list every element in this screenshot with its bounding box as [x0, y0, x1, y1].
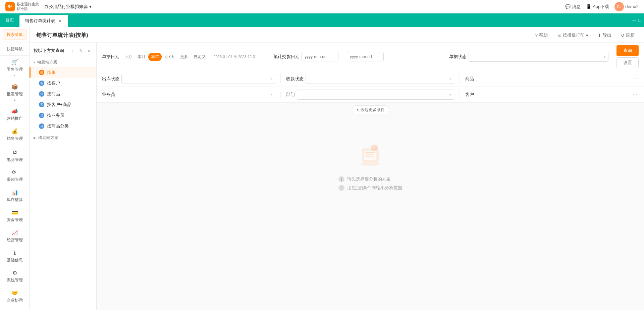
date-btn-this-month[interactable]: 本月 [135, 53, 148, 61]
refresh-icon: ↺ [621, 33, 625, 38]
date-buttons: 上月 本月 本年 近7天 更多 自定义 [121, 53, 208, 61]
filter-right: 单据日期 上月 本月 本年 近7天 更多 自定义 2023-01-01 至 20… [97, 43, 644, 310]
print-icon: 🖨 [557, 33, 561, 38]
content-inner: 按以下方案查询 + ✎ « ▾ 电脑端方案 按 按单 [30, 43, 644, 310]
sidebar-item-marketing[interactable]: 📣 营销推广 [0, 105, 29, 125]
chevron-down-icon: ▾ [14, 74, 15, 77]
chevron-down-icon: ▾ [449, 77, 451, 81]
message-button[interactable]: 💬 消息 [565, 4, 581, 10]
date-filter-group: 单据日期 上月 本月 本年 近7天 更多 自定义 [102, 53, 208, 61]
date-btn-more[interactable]: 更多 [177, 53, 191, 61]
sidebar-item-inventory[interactable]: 📊 库存核算 [0, 186, 29, 206]
bill-status-select[interactable]: ▾ [469, 52, 608, 62]
sidebar-item-newuser[interactable]: 🌱 新手引导 [0, 307, 29, 310]
customer-group: 客户 ··· [460, 92, 639, 98]
scheme-group-header-pc[interactable]: ▾ 电脑端方案 [30, 57, 96, 67]
scheme-icon-order: 按 [39, 70, 44, 75]
app-selector[interactable]: 办公用品行业模拟账套 ▾ [42, 2, 94, 11]
date-btn-7days[interactable]: 近7天 [162, 53, 177, 61]
date-btn-this-year[interactable]: 本年 [148, 53, 162, 61]
collapse-scheme-button[interactable]: « [86, 47, 92, 54]
filter-row-1: 单据日期 上月 本月 本年 近7天 更多 自定义 2023-01-01 至 20… [97, 43, 644, 71]
scheme-actions: + ✎ « [69, 47, 92, 54]
sidebar-item-retail[interactable]: 🛒 零售管理 ▾ [0, 56, 29, 80]
scheme-item-by-category[interactable]: 分 按商品分类 [30, 121, 96, 132]
retail-icon: 🛒 [11, 59, 18, 65]
date-btn-custom[interactable]: 自定义 [191, 53, 208, 61]
delivery-label: 出库状态 [102, 76, 119, 82]
scheme-group-header-mobile[interactable]: ▶ 移动端方案 [30, 133, 96, 143]
tab-home[interactable]: 首页 [0, 13, 19, 27]
scheme-item-by-salesperson[interactable]: 员 按业务员 [30, 110, 96, 121]
sidebar-item-system[interactable]: ⚙ 系统管理 [0, 266, 29, 287]
sidebar-item-operations[interactable]: 📈 经营管理 [0, 226, 29, 246]
top-bar-left: 好 畅捷通好生意 标准版 办公用品行业模拟账套 ▾ [5, 2, 94, 11]
scheme-item-by-order[interactable]: 按 按单 [30, 67, 96, 78]
collapse-bar[interactable]: ∧ 收起更多条件 [97, 103, 644, 117]
print-button[interactable]: 🖨 按模板打印 ▾ [554, 31, 591, 40]
print-dropdown-icon: ▾ [586, 33, 588, 38]
divider-1 [265, 53, 265, 61]
sidebar-item-finance[interactable]: 💳 资金管理 [0, 206, 29, 226]
scheme-header-label: 按以下方案查询 [34, 48, 64, 54]
quick-nav-label: 快捷导航 [0, 45, 29, 53]
sidebar-quick-nav: 快捷导航 [0, 43, 29, 56]
delivery-status-select[interactable]: ▾ [121, 74, 275, 84]
sidebar-item-sales[interactable]: 💰 销售管理 [0, 125, 29, 145]
sidebar-item-basic-info[interactable]: ℹ 基础信息 [0, 246, 29, 266]
sidebar-item-purchase[interactable]: 🛍 采购管理 [0, 166, 29, 186]
tab-close-button[interactable]: × [57, 18, 63, 23]
maximize-button[interactable]: □ [639, 17, 641, 23]
scheme-icon-salesperson: 员 [39, 113, 44, 118]
ecommerce-icon: 🖥 [12, 150, 17, 156]
empty-tip-2: 2 用[过滤]条件来缩小分析范围 [338, 185, 402, 191]
message-icon: 💬 [565, 4, 571, 9]
collection-status-select[interactable]: ▾ [306, 74, 454, 84]
salesperson-label: 业务员 [102, 92, 115, 98]
expected-date-end[interactable] [347, 52, 384, 61]
scheme-item-by-customer-goods[interactable]: 客 按客户+商品 [30, 99, 96, 110]
department-label: 部门 [286, 92, 295, 98]
help-button[interactable]: ? 帮助 [533, 31, 550, 40]
salesperson-more-button[interactable]: ··· [268, 92, 275, 98]
refresh-button[interactable]: ↺ 刷新 [618, 31, 637, 40]
sidebar-item-wholesale[interactable]: 📦 批发管理 ▴ [0, 80, 29, 105]
expected-date-start[interactable] [302, 52, 338, 61]
department-select[interactable]: ▾ [297, 90, 454, 100]
tab-sales-statistics[interactable]: 销售订单统计表 × [19, 15, 68, 27]
help-icon: ? [535, 33, 538, 38]
finance-icon: 💳 [11, 209, 18, 216]
purchase-icon: 🛍 [12, 169, 17, 175]
window-controls: ─ □ [633, 17, 641, 23]
settings-button[interactable]: 设置 [616, 57, 639, 68]
user-profile[interactable]: Ea demo2 [614, 2, 639, 11]
expected-date-label: 预计交货日期 [273, 54, 300, 60]
goods-more-button[interactable]: ··· [632, 76, 639, 82]
collapse-button[interactable]: ∧ 收起更多条件 [352, 105, 389, 114]
date-btn-last-month[interactable]: 上月 [121, 53, 135, 61]
export-button[interactable]: ⬇ 导出 [595, 31, 614, 40]
customer-label: 客户 [465, 92, 474, 98]
main-layout: 搜索菜单 快捷导航 🛒 零售管理 ▾ 📦 批发管理 ▴ 📣 营销推广 💰 销售管… [0, 27, 644, 310]
search-menu-button[interactable]: 搜索菜单 [3, 30, 26, 40]
minimize-button[interactable]: ─ [633, 17, 636, 23]
sidebar-item-enterprise[interactable]: 🤝 企业协同 [0, 287, 29, 307]
top-bar-right: 💬 消息 📱 App下载 Ea demo2 [565, 2, 639, 11]
edit-scheme-button[interactable]: ✎ [77, 47, 84, 54]
download-icon: 📱 [586, 4, 591, 9]
department-group: 部门 ▾ [281, 90, 460, 100]
scheme-group-label-pc: 电脑端方案 [37, 59, 57, 65]
chevron-down-icon: ▾ [34, 60, 35, 64]
add-scheme-button[interactable]: + [69, 47, 76, 54]
customer-more-button[interactable]: ··· [632, 92, 639, 98]
scheme-item-by-customer[interactable]: 客 按客户 [30, 78, 96, 89]
enterprise-icon: 🤝 [11, 290, 18, 296]
app-download-button[interactable]: 📱 App下载 [586, 4, 609, 10]
scheme-group-label-mobile: 移动端方案 [38, 135, 58, 141]
query-button[interactable]: 查询 [616, 45, 639, 56]
sidebar-item-ecommerce[interactable]: 🖥 电商管理 [0, 146, 29, 166]
page-actions: ? 帮助 🖨 按模板打印 ▾ ⬇ 导出 ↺ 刷新 [533, 31, 637, 40]
scheme-item-by-goods[interactable]: 货 按商品 [30, 89, 96, 99]
bill-status-group: 单据状态 ▾ [449, 52, 608, 62]
collection-status-group: 收款状态 ▾ [281, 74, 460, 84]
